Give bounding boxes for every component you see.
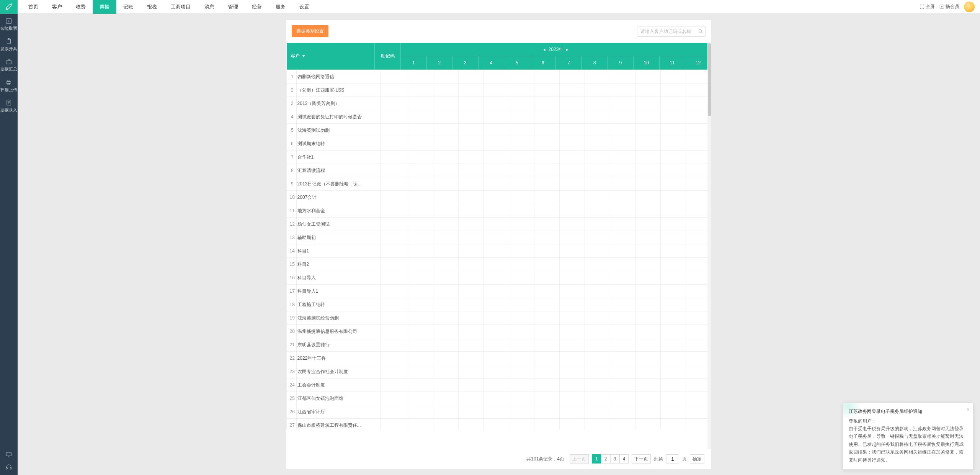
month-cell[interactable] xyxy=(433,405,459,419)
month-cell[interactable] xyxy=(509,137,534,151)
month-cell[interactable] xyxy=(585,405,610,419)
nav-item-10[interactable]: 服务 xyxy=(269,0,292,14)
month-cell[interactable] xyxy=(635,218,660,231)
month-cell[interactable] xyxy=(509,177,534,191)
month-cell[interactable] xyxy=(484,218,509,231)
month-cell[interactable] xyxy=(635,311,660,325)
month-cell[interactable] xyxy=(534,271,560,285)
month-cell[interactable] xyxy=(484,97,509,110)
month-cell[interactable] xyxy=(560,298,585,311)
month-cell[interactable] xyxy=(635,244,660,258)
month-cell[interactable] xyxy=(509,271,534,285)
col-month-6[interactable]: 6 xyxy=(530,56,556,70)
month-cell[interactable] xyxy=(610,325,635,338)
month-cell[interactable] xyxy=(509,191,534,204)
month-cell[interactable] xyxy=(433,244,459,258)
close-icon[interactable]: × xyxy=(967,405,970,414)
nav-item-6[interactable]: 工商项目 xyxy=(164,0,198,14)
nav-item-11[interactable]: 设置 xyxy=(292,0,316,14)
month-cell[interactable] xyxy=(408,191,433,204)
month-cell[interactable] xyxy=(660,164,686,177)
month-cell[interactable] xyxy=(408,298,433,311)
month-cell[interactable] xyxy=(408,164,433,177)
page-1-button[interactable]: 1 xyxy=(592,454,601,464)
month-cell[interactable] xyxy=(433,151,459,164)
table-row[interactable]: 102007会计 xyxy=(287,191,711,204)
month-cell[interactable] xyxy=(635,419,660,430)
month-cell[interactable] xyxy=(484,204,509,218)
sidebar-item-1[interactable]: 发票开具 xyxy=(0,34,18,54)
col-month-1[interactable]: 1 xyxy=(401,56,427,70)
month-cell[interactable] xyxy=(534,352,560,365)
month-cell[interactable] xyxy=(610,298,635,311)
month-cell[interactable] xyxy=(534,151,560,164)
month-cell[interactable] xyxy=(635,405,660,419)
month-cell[interactable] xyxy=(459,405,484,419)
month-cell[interactable] xyxy=(459,177,484,191)
month-cell[interactable] xyxy=(459,365,484,378)
month-cell[interactable] xyxy=(560,325,585,338)
table-row[interactable]: 222022年十三香 xyxy=(287,352,711,365)
month-cell[interactable] xyxy=(660,325,686,338)
month-cell[interactable] xyxy=(660,352,686,365)
month-cell[interactable] xyxy=(534,191,560,204)
month-cell[interactable] xyxy=(635,285,660,298)
month-cell[interactable] xyxy=(635,352,660,365)
table-row[interactable]: 21东明县设置鞋行 xyxy=(287,338,711,352)
month-cell[interactable] xyxy=(635,392,660,405)
month-cell[interactable] xyxy=(560,419,585,430)
month-cell[interactable] xyxy=(509,311,534,325)
month-cell[interactable] xyxy=(635,151,660,164)
month-cell[interactable] xyxy=(509,419,534,430)
month-cell[interactable] xyxy=(585,298,610,311)
month-cell[interactable] xyxy=(560,311,585,325)
month-cell[interactable] xyxy=(534,137,560,151)
month-cell[interactable] xyxy=(408,124,433,137)
month-cell[interactable] xyxy=(585,365,610,378)
month-cell[interactable] xyxy=(534,204,560,218)
table-row[interactable]: 15科目2 xyxy=(287,258,711,271)
nav-item-1[interactable]: 客户 xyxy=(45,0,69,14)
table-row[interactable]: 32013（陶美芳勿删） xyxy=(287,97,711,110)
month-cell[interactable] xyxy=(660,218,686,231)
month-cell[interactable] xyxy=(509,151,534,164)
month-cell[interactable] xyxy=(408,97,433,110)
table-row[interactable]: 27保山市板桥建筑工程有限责任... xyxy=(287,419,711,430)
table-row[interactable]: 4测试账套的凭证打印的时候是否 xyxy=(287,110,711,124)
month-cell[interactable] xyxy=(635,164,660,177)
month-cell[interactable] xyxy=(408,271,433,285)
col-month-2[interactable]: 2 xyxy=(426,56,452,70)
month-cell[interactable] xyxy=(610,378,635,392)
month-cell[interactable] xyxy=(635,378,660,392)
month-cell[interactable] xyxy=(585,231,610,244)
month-cell[interactable] xyxy=(660,298,686,311)
month-cell[interactable] xyxy=(459,218,484,231)
month-cell[interactable] xyxy=(408,419,433,430)
month-cell[interactable] xyxy=(610,151,635,164)
nav-item-8[interactable]: 管理 xyxy=(221,0,245,14)
table-row[interactable]: 19沈海英测试经营勿删 xyxy=(287,311,711,325)
month-cell[interactable] xyxy=(509,231,534,244)
month-cell[interactable] xyxy=(560,97,585,110)
prev-page-button[interactable]: 上一页 xyxy=(570,454,589,464)
month-cell[interactable] xyxy=(459,137,484,151)
month-cell[interactable] xyxy=(585,338,610,352)
month-cell[interactable] xyxy=(509,97,534,110)
month-cell[interactable] xyxy=(408,325,433,338)
table-scroll[interactable]: 1勿删新锐网络通信2（勿删）江西服宝-LSS32013（陶美芳勿删）4测试账套的… xyxy=(286,70,711,430)
month-cell[interactable] xyxy=(459,191,484,204)
month-cell[interactable] xyxy=(459,164,484,177)
month-cell[interactable] xyxy=(635,258,660,271)
page-3-button[interactable]: 3 xyxy=(610,454,619,464)
month-cell[interactable] xyxy=(408,352,433,365)
month-cell[interactable] xyxy=(433,110,459,124)
search-input[interactable] xyxy=(637,26,706,37)
table-row[interactable]: 1勿删新锐网络通信 xyxy=(287,70,711,84)
month-cell[interactable] xyxy=(610,164,635,177)
month-cell[interactable] xyxy=(610,84,635,97)
month-cell[interactable] xyxy=(635,177,660,191)
table-row[interactable]: 7合作社1 xyxy=(287,151,711,164)
month-cell[interactable] xyxy=(433,84,459,97)
month-cell[interactable] xyxy=(509,124,534,137)
month-cell[interactable] xyxy=(509,218,534,231)
